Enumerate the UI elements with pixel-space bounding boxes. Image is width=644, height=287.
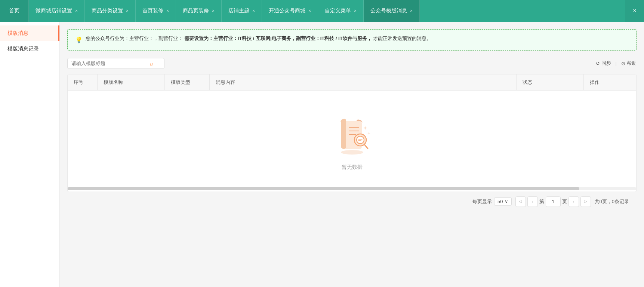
nav-close-template-msg[interactable]: × [410, 8, 413, 13]
first-page-button[interactable]: ⊲ [515, 196, 526, 207]
page-number-input[interactable] [546, 196, 561, 207]
empty-state: 暂无数据 [68, 91, 636, 186]
page-input-wrap: 第 页 [539, 196, 567, 207]
next-page-button[interactable]: › [568, 196, 579, 207]
nav-item-template-msg[interactable]: 公众号模版消息× [364, 0, 420, 22]
scrollbar-thumb[interactable] [68, 187, 579, 190]
table-header-content: 消息内容 [210, 74, 517, 90]
nav-item-product-decor[interactable]: 商品页装修× [176, 0, 222, 22]
empty-text: 暂无数据 [342, 164, 363, 171]
sidebar: 模版消息模版消息记录 [0, 22, 60, 287]
dropdown-arrow-icon: ∨ [505, 199, 508, 204]
nav-item-open-mall[interactable]: 开通公众号商城× [262, 0, 318, 22]
sidebar-item-template[interactable]: 模版消息 [0, 25, 59, 41]
table-header-type: 模版类型 [165, 74, 210, 90]
svg-line-6 [364, 144, 368, 149]
page-prefix-label: 第 [539, 198, 544, 205]
page-size-label: 每页显示 [472, 198, 492, 205]
sync-button[interactable]: ↺ 同步 [596, 60, 611, 67]
help-button[interactable]: ⊙ 帮助 [621, 60, 637, 67]
search-actions: ↺ 同步 | ⊙ 帮助 [596, 60, 637, 67]
divider: | [616, 61, 617, 66]
page-size-dropdown[interactable]: 50 ∨ [494, 197, 511, 206]
pagination: 每页显示 50 ∨ ⊲ ‹ 第 页 › ⊳ 共0页，0条记录 [67, 192, 637, 211]
table-header-status: 状态 [517, 74, 584, 90]
horizontal-scrollbar[interactable] [68, 187, 636, 190]
nav-close-home-decor[interactable]: × [166, 8, 169, 13]
notice-highlight: 需要设置为：主营行业：IT科技 / 互联网|电子商务，副营行业：IT科技 / I… [184, 36, 372, 41]
notice-banner: 💡 您的公众号行业为：主营行业：，副营行业： 需要设置为：主营行业：IT科技 /… [67, 29, 637, 51]
sidebar-item-template-record[interactable]: 模版消息记录 [0, 41, 59, 57]
table-header-name: 模版名称 [98, 74, 165, 90]
page-unit-label: 页 [562, 198, 567, 205]
last-page-button[interactable]: ⊳ [580, 196, 591, 207]
total-info: 共0页，0条记录 [595, 198, 629, 205]
svg-point-0 [341, 150, 363, 155]
table-header-index: 序号 [68, 74, 98, 90]
notice-icon: 💡 [75, 35, 83, 45]
nav-close-shop-setting[interactable]: × [75, 8, 78, 13]
search-icon[interactable]: ⌕ [150, 60, 153, 67]
content-area: 💡 您的公众号行业为：主营行业：，副营行业： 需要设置为：主营行业：IT科技 /… [60, 22, 644, 287]
nav-item-home-decor[interactable]: 首页装修× [136, 0, 176, 22]
nav-item-custom-menu[interactable]: 自定义菜单× [318, 0, 364, 22]
notice-text: 您的公众号行业为：主营行业：，副营行业： 需要设置为：主营行业：IT科技 / 互… [86, 35, 431, 43]
nav-close-shop-theme[interactable]: × [252, 8, 255, 13]
nav-close-custom-menu[interactable]: × [354, 8, 357, 13]
svg-point-5 [357, 136, 364, 144]
nav-item-shop-setting[interactable]: 微商城店铺设置× [29, 0, 85, 22]
page-size-value: 50 [497, 199, 503, 204]
prev-page-button[interactable]: ‹ [527, 196, 538, 207]
search-input[interactable] [71, 61, 150, 66]
page-navigation: ⊲ ‹ 第 页 › ⊳ [515, 196, 591, 207]
top-navigation: 首页微商城店铺设置×商品分类设置×首页装修×商品页装修×店铺主题×开通公众号商城… [0, 0, 644, 22]
nav-close-open-mall[interactable]: × [308, 8, 311, 13]
page-size-select: 每页显示 50 ∨ [472, 197, 511, 206]
nav-item-shop-theme[interactable]: 店铺主题× [222, 0, 262, 22]
sync-icon: ↺ [596, 61, 600, 66]
help-icon: ⊙ [621, 61, 625, 66]
nav-close-category-setting[interactable]: × [126, 8, 129, 13]
template-table: 序号模版名称模版类型消息内容状态操作 [67, 74, 637, 192]
search-bar: ⌕ ↺ 同步 | ⊙ 帮助 [67, 58, 637, 69]
search-input-wrap[interactable]: ⌕ [67, 58, 164, 69]
nav-close-product-decor[interactable]: × [212, 8, 215, 13]
close-all-tabs-button[interactable]: × [625, 0, 644, 22]
table-header-action: 操作 [584, 74, 636, 90]
nav-item-category-setting[interactable]: 商品分类设置× [85, 0, 136, 22]
table-header: 序号模版名称模版类型消息内容状态操作 [68, 74, 636, 91]
empty-illustration [330, 113, 375, 158]
main-layout: 模版消息模版消息记录 💡 您的公众号行业为：主营行业：，副营行业： 需要设置为：… [0, 22, 644, 287]
nav-item-home[interactable]: 首页 [0, 0, 29, 22]
